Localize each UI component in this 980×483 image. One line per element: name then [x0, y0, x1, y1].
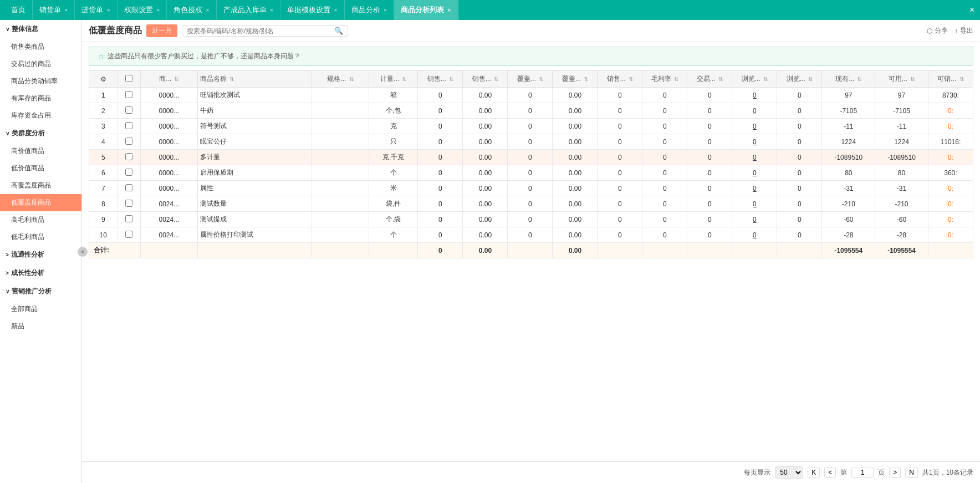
sort-icon[interactable]: ⇅	[857, 76, 861, 82]
row-browse1[interactable]: 0	[732, 212, 777, 227]
sidebar-item-all-goods[interactable]: 全部商品	[0, 301, 81, 318]
sort-icon[interactable]: ⇅	[174, 76, 178, 82]
row-browse1[interactable]: 0	[732, 103, 777, 119]
row-now: -60	[822, 212, 875, 227]
sidebar-item-stocked-goods[interactable]: 有库存的商品	[0, 90, 81, 107]
row-checkbox[interactable]	[125, 231, 132, 238]
sort-icon[interactable]: ⇅	[229, 76, 234, 82]
row-browse1[interactable]: 0	[732, 181, 777, 196]
row-checkbox[interactable]	[125, 122, 132, 129]
sort-icon[interactable]: ⇅	[763, 76, 768, 82]
sidebar-section-cluster[interactable]: ∨ 类群度分析	[0, 124, 81, 143]
row-now: -7105	[822, 103, 875, 119]
select-all-checkbox[interactable]	[125, 75, 132, 82]
row-checkbox[interactable]	[125, 169, 132, 176]
close-all-button[interactable]: ×	[969, 5, 974, 15]
search-input[interactable]	[187, 27, 334, 35]
row-sales-x: 0	[598, 227, 642, 243]
sidebar-toggle-button[interactable]: «	[78, 247, 88, 257]
sidebar-section-growth[interactable]: > 成长性分析	[0, 264, 81, 282]
sidebar-section-overall[interactable]: ∨ 整体信息	[0, 20, 81, 38]
sidebar-item-low-value[interactable]: 低价值商品	[0, 160, 81, 177]
share-button[interactable]: ⬡ 分享	[927, 26, 948, 35]
row-checkbox[interactable]	[125, 184, 132, 191]
first-page-button[interactable]: K	[808, 467, 820, 478]
sidebar-item-high-value[interactable]: 高价值商品	[0, 143, 81, 160]
row-checkbox[interactable]	[125, 106, 132, 114]
sort-icon[interactable]: ⇅	[959, 76, 964, 82]
sort-icon[interactable]: ⇅	[808, 76, 813, 82]
col-header-check[interactable]	[118, 71, 140, 88]
export-button[interactable]: ↑ 导出	[955, 26, 973, 35]
sidebar-section-marketing[interactable]: ∨ 营销推广分析	[0, 282, 81, 301]
close-icon[interactable]: ×	[106, 7, 110, 13]
row-saleable: 8730:	[928, 88, 973, 103]
row-checkbox[interactable]	[125, 153, 132, 160]
row-code: 0000...	[140, 165, 197, 181]
sort-icon[interactable]: ⇅	[910, 76, 915, 82]
close-icon[interactable]: ×	[384, 7, 387, 13]
sidebar-item-new-goods[interactable]: 新品	[0, 318, 81, 335]
row-gross: 0	[642, 227, 687, 243]
row-tx: 0	[687, 212, 732, 227]
row-browse1[interactable]: 0	[732, 88, 777, 103]
row-sales-count: 0	[418, 196, 463, 212]
row-browse1[interactable]: 0	[732, 150, 777, 165]
row-saleable: 0:	[928, 227, 973, 243]
row-checkbox[interactable]	[125, 138, 132, 145]
col-header-settings[interactable]: ⚙	[89, 71, 118, 88]
sidebar-item-sales-goods[interactable]: 销售类商品	[0, 38, 81, 55]
row-browse1[interactable]: 0	[732, 119, 777, 134]
nav-tab-home[interactable]: 首页	[4, 0, 33, 20]
nav-tab-product-entry[interactable]: 产成品入库单 ×	[217, 0, 280, 20]
row-cover2: 0.00	[553, 181, 598, 196]
sidebar-item-high-profit[interactable]: 高毛利商品	[0, 211, 81, 228]
row-browse1[interactable]: 0	[732, 134, 777, 150]
row-browse1[interactable]: 0	[732, 227, 777, 243]
nav-tab-permissions[interactable]: 权限设置 ×	[118, 0, 167, 20]
nav-tab-product-analysis-list[interactable]: 商品分析列表 ×	[394, 0, 458, 20]
nav-tab-template[interactable]: 单据模板设置 ×	[280, 0, 344, 20]
close-icon[interactable]: ×	[270, 7, 273, 13]
sidebar-item-low-coverage[interactable]: 低覆盖度商品	[0, 194, 81, 211]
share-icon: ⬡	[927, 27, 932, 35]
sidebar-item-category-rate[interactable]: 商品分类动销率	[0, 73, 81, 90]
row-checkbox[interactable]	[125, 200, 132, 207]
sort-icon[interactable]: ⇅	[584, 76, 588, 82]
sidebar-item-traded-goods[interactable]: 交易过的商品	[0, 55, 81, 73]
sidebar-section-circulation[interactable]: > 流通性分析	[0, 246, 81, 264]
sort-icon[interactable]: ⇅	[539, 76, 543, 82]
nav-tab-sales[interactable]: 销货单 ×	[33, 0, 75, 20]
sidebar-item-inventory-capital[interactable]: 库存资金占用	[0, 107, 81, 124]
close-icon[interactable]: ×	[64, 7, 68, 13]
prev-page-button[interactable]: <	[824, 467, 836, 478]
row-browse1[interactable]: 0	[732, 196, 777, 212]
sort-icon[interactable]: ⇅	[402, 76, 406, 82]
last-page-button[interactable]: N	[905, 467, 918, 478]
close-icon[interactable]: ×	[156, 7, 160, 13]
sort-icon[interactable]: ⇅	[449, 76, 453, 82]
close-icon[interactable]: ×	[206, 7, 209, 13]
page-size-select[interactable]: 50 100 200	[775, 466, 803, 479]
row-checkbox[interactable]	[125, 91, 132, 98]
sort-icon[interactable]: ⇅	[674, 76, 678, 82]
next-page-button[interactable]: >	[889, 467, 901, 478]
row-browse1[interactable]: 0	[732, 165, 777, 181]
sort-icon[interactable]: ⇅	[349, 76, 354, 82]
nav-tab-product-analysis[interactable]: 商品分析 ×	[345, 0, 394, 20]
page-input[interactable]	[851, 467, 874, 478]
sidebar-item-high-coverage[interactable]: 高覆盖度商品	[0, 177, 81, 194]
sort-icon[interactable]: ⇅	[629, 76, 633, 82]
sidebar-item-low-profit[interactable]: 低毛利商品	[0, 228, 81, 246]
row-sales-count: 0	[418, 88, 463, 103]
nav-tab-purchase[interactable]: 进货单 ×	[75, 0, 117, 20]
row-index: 10	[89, 227, 118, 243]
sort-icon[interactable]: ⇅	[494, 76, 498, 82]
row-checkbox-cell	[118, 165, 140, 181]
close-icon[interactable]: ×	[447, 7, 451, 13]
date-filter-button[interactable]: 近一月	[146, 24, 177, 37]
nav-tab-role-auth[interactable]: 角色授权 ×	[167, 0, 216, 20]
close-icon[interactable]: ×	[334, 7, 337, 13]
sort-icon[interactable]: ⇅	[718, 76, 723, 82]
row-checkbox[interactable]	[125, 215, 132, 222]
